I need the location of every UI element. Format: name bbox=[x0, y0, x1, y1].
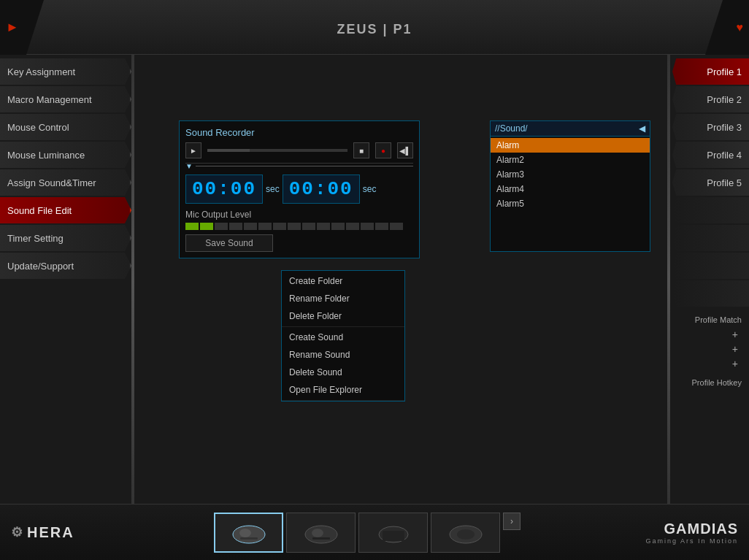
sidebar-item-macro-management[interactable]: Macro Management bbox=[0, 86, 131, 112]
svg-rect-5 bbox=[312, 537, 330, 540]
top-right-corner: ♥ bbox=[705, 0, 749, 55]
brand-section: ⚙ HERA bbox=[11, 524, 99, 541]
gear-icon: ⚙ bbox=[11, 524, 23, 540]
waveform-arrow-icon: ▼ bbox=[185, 162, 193, 170]
create-sound-button[interactable]: Create Sound bbox=[282, 329, 404, 346]
sidebar-item-key-assignment[interactable]: Key Assignment bbox=[0, 58, 131, 85]
file-item-alarm5[interactable]: Alarm5 bbox=[491, 196, 650, 211]
profile-match-add-2[interactable]: + bbox=[672, 342, 745, 356]
brand-name: HERA bbox=[27, 524, 74, 541]
profile-item-3[interactable]: Profile 3 bbox=[672, 114, 749, 140]
app-title: ZEUS | P1 bbox=[337, 22, 412, 37]
main-content: Sound Recorder ► ■ ● ◀▌ ▼ 00:00 sec 00:0… bbox=[135, 58, 665, 502]
sound-actions-group: Create Sound Rename Sound Delete Sound O… bbox=[282, 327, 404, 401]
svg-rect-7 bbox=[383, 531, 404, 541]
svg-point-4 bbox=[312, 529, 323, 537]
gamdias-logo: GAMDIAS Gaming Ars In Motion bbox=[636, 521, 738, 545]
gamdias-brand-name: GAMDIAS bbox=[636, 521, 738, 537]
stop-button[interactable]: ■ bbox=[353, 142, 369, 158]
progress-fill bbox=[207, 149, 250, 152]
device-thumb-1[interactable] bbox=[214, 513, 283, 553]
file-list: Alarm Alarm2 Alarm3 Alarm4 Alarm5 bbox=[491, 137, 650, 212]
file-item-alarm2[interactable]: Alarm2 bbox=[491, 153, 650, 167]
file-collapse-icon[interactable]: ◀ bbox=[639, 123, 645, 134]
file-path-label: //Sound/ bbox=[495, 123, 528, 134]
rename-sound-button[interactable]: Rename Sound bbox=[282, 346, 404, 364]
profile-item-5[interactable]: Profile 5 bbox=[672, 169, 749, 196]
mic-seg-15 bbox=[390, 223, 403, 230]
bottom-bar: ⚙ HERA bbox=[0, 504, 749, 560]
device-image-1 bbox=[227, 520, 271, 545]
time-sec-label-1: sec bbox=[266, 184, 280, 194]
waveform-line bbox=[196, 166, 413, 166]
profile-item-1[interactable]: Profile 1 bbox=[672, 58, 749, 85]
sound-recorder-panel: Sound Recorder ► ■ ● ◀▌ ▼ 00:00 sec 00:0… bbox=[179, 120, 420, 258]
device-nav-next[interactable]: › bbox=[503, 513, 521, 530]
device-thumb-4[interactable] bbox=[431, 513, 500, 553]
time-sec-label-2: sec bbox=[363, 184, 377, 194]
mic-seg-10 bbox=[317, 223, 330, 230]
profile-match-add-1[interactable]: + bbox=[672, 327, 745, 342]
file-item-alarm[interactable]: Alarm bbox=[491, 138, 650, 153]
sidebar-item-update-support[interactable]: Update/Support bbox=[0, 253, 131, 279]
device-thumb-3[interactable] bbox=[358, 513, 428, 553]
delete-sound-button[interactable]: Delete Sound bbox=[282, 364, 404, 381]
play-button[interactable]: ► bbox=[185, 142, 201, 158]
sidebar-item-timer-setting[interactable]: Timer Setting bbox=[0, 225, 131, 251]
mic-output-label: Mic Output Level bbox=[185, 210, 413, 220]
mic-seg-13 bbox=[361, 223, 374, 230]
mic-seg-7 bbox=[273, 223, 286, 230]
svg-rect-2 bbox=[240, 537, 258, 540]
profile-item-6[interactable] bbox=[672, 197, 749, 223]
create-folder-button[interactable]: Create Folder bbox=[282, 272, 404, 290]
mic-seg-14 bbox=[375, 223, 388, 230]
time-display-secondary: 00:00 bbox=[283, 174, 360, 204]
profile-item-2[interactable]: Profile 2 bbox=[672, 86, 749, 112]
skip-button[interactable]: ◀▌ bbox=[397, 142, 413, 158]
profile-item-8[interactable] bbox=[672, 253, 749, 279]
device-image-4 bbox=[444, 520, 488, 545]
record-button[interactable]: ● bbox=[375, 142, 391, 158]
file-browser-panel: //Sound/ ◀ Alarm Alarm2 Alarm3 Alarm4 Al… bbox=[490, 120, 650, 252]
sidebar-item-mouse-control[interactable]: Mouse Control bbox=[0, 114, 131, 140]
file-item-alarm4[interactable]: Alarm4 bbox=[491, 182, 650, 196]
mic-seg-5 bbox=[244, 223, 257, 230]
open-file-explorer-button[interactable]: Open File Explorer bbox=[282, 381, 404, 399]
mic-seg-2 bbox=[200, 223, 213, 230]
mic-seg-11 bbox=[331, 223, 345, 230]
top-bar: ► ZEUS | P1 ♥ bbox=[0, 0, 749, 55]
profile-match-add-3[interactable]: + bbox=[672, 356, 745, 371]
time-displays: 00:00 sec 00:00 sec bbox=[185, 174, 413, 204]
device-image-3 bbox=[372, 520, 415, 545]
sidebar-item-mouse-luminance[interactable]: Mouse Luminance bbox=[0, 142, 131, 168]
save-sound-button[interactable]: Save Sound bbox=[185, 234, 273, 252]
mic-seg-3 bbox=[215, 223, 228, 230]
device-thumbnails: › bbox=[106, 513, 629, 553]
waveform-bar: ▼ bbox=[185, 163, 413, 169]
time-display-main: 00:00 bbox=[185, 174, 263, 204]
profile-item-7[interactable] bbox=[672, 225, 749, 251]
context-menu: Create Folder Rename Folder Delete Folde… bbox=[281, 270, 405, 402]
top-left-corner: ► bbox=[0, 0, 44, 55]
profile-match-label: Profile Match bbox=[672, 315, 745, 324]
delete-folder-button[interactable]: Delete Folder bbox=[282, 307, 404, 325]
profile-item-9[interactable] bbox=[672, 280, 749, 307]
gamdias-tagline: Gaming Ars In Motion bbox=[636, 537, 738, 545]
heart-icon[interactable]: ♥ bbox=[737, 21, 744, 34]
back-arrow-icon[interactable]: ► bbox=[6, 20, 19, 35]
sidebar-item-sound-file-edit[interactable]: Sound File Edit bbox=[0, 197, 131, 223]
mic-seg-4 bbox=[229, 223, 242, 230]
file-item-alarm3[interactable]: Alarm3 bbox=[491, 167, 650, 182]
profile-hotkey-label: Profile Hotkey bbox=[672, 378, 745, 387]
svg-point-1 bbox=[239, 529, 251, 537]
left-deco-line bbox=[131, 55, 134, 504]
mic-seg-9 bbox=[302, 223, 315, 230]
recorder-controls: ► ■ ● ◀▌ bbox=[185, 142, 413, 158]
svg-point-9 bbox=[457, 529, 475, 540]
sidebar-item-assign-sound-timer[interactable]: Assign Sound&Timer bbox=[0, 169, 131, 196]
app-logo: ZEUS | P1 bbox=[337, 15, 412, 39]
profile-item-4[interactable]: Profile 4 bbox=[672, 142, 749, 168]
recorder-progress-bar[interactable] bbox=[207, 149, 347, 152]
device-thumb-2[interactable] bbox=[286, 513, 356, 553]
rename-folder-button[interactable]: Rename Folder bbox=[282, 290, 404, 307]
